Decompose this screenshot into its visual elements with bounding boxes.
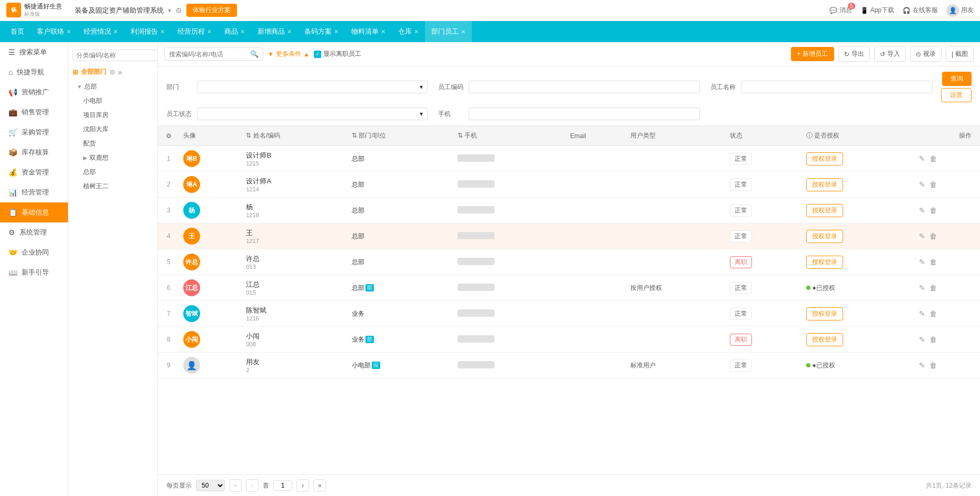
nav-tab-商品[interactable]: 商品 ✕ xyxy=(218,21,251,42)
dept-node-总部[interactable]: ▼ 总部 xyxy=(68,80,157,94)
sidebar-item-quick[interactable]: ⌂快捷导航 xyxy=(0,62,68,82)
logo-sub: 标准版 xyxy=(24,11,62,18)
tab-close-icon[interactable]: ✕ xyxy=(287,28,292,35)
filter-dept-select[interactable]: ▾ xyxy=(197,81,428,93)
auth-button[interactable]: 授权登录 xyxy=(806,204,843,217)
dept-child-项目库房[interactable]: 项目库房 xyxy=(68,108,157,122)
prev-page-btn[interactable]: ‹ xyxy=(246,479,259,492)
sidebar-item-inventory[interactable]: 📦库存核算 xyxy=(0,142,68,162)
more-button[interactable]: | 截图 xyxy=(946,46,974,62)
filter-code-input[interactable] xyxy=(469,81,699,93)
dept-collapse-btn[interactable]: » xyxy=(118,68,122,76)
sidebar-item-purchase[interactable]: 🛒采购管理 xyxy=(0,122,68,142)
edit-icon[interactable]: ✎ xyxy=(919,309,925,318)
dept-child-植树王二[interactable]: 植树王二 xyxy=(68,179,157,193)
delete-icon[interactable]: 🗑 xyxy=(929,335,937,344)
delete-icon[interactable]: 🗑 xyxy=(929,206,937,215)
edit-icon[interactable]: ✎ xyxy=(919,180,925,189)
auth-button[interactable]: 授权登录 xyxy=(806,256,843,269)
tab-close-icon[interactable]: ✕ xyxy=(334,28,339,35)
edit-icon[interactable]: ✎ xyxy=(919,258,925,266)
nav-tab-经营历程[interactable]: 经营历程 ✕ xyxy=(171,21,218,42)
sidebar-item-guide[interactable]: 📖新手引导 xyxy=(0,262,68,283)
sidebar-item-sales[interactable]: 💼销售管理 xyxy=(0,102,68,122)
dept-child-双鹿想[interactable]: ▶ 双鹿想 xyxy=(68,151,157,165)
delete-icon[interactable]: 🗑 xyxy=(929,284,937,292)
query-button[interactable]: 查询 xyxy=(942,72,972,86)
system-gear-icon[interactable]: ⚙ xyxy=(175,6,182,15)
tab-close-icon[interactable]: ✕ xyxy=(160,28,165,35)
page-size-select[interactable]: 50 100 200 xyxy=(196,480,225,491)
sidebar-item-finance[interactable]: 💰资金管理 xyxy=(0,162,68,182)
show-resigned-toggle[interactable]: ✓ 显示离职员工 xyxy=(314,50,361,59)
dept-child-小电部[interactable]: 小电部 xyxy=(68,94,157,108)
next-page-btn[interactable]: › xyxy=(296,479,309,492)
nav-tab-经营情况[interactable]: 经营情况 ✕ xyxy=(77,21,124,42)
auth-button[interactable]: 授权登录 xyxy=(806,230,843,243)
delete-icon[interactable]: 🗑 xyxy=(929,180,937,189)
tab-close-icon[interactable]: ✕ xyxy=(461,28,466,35)
nav-tab-新增商品[interactable]: 新增商品 ✕ xyxy=(251,21,298,42)
auth-button[interactable]: 授权登录 xyxy=(806,333,843,346)
sidebar-item-system[interactable]: ⚙系统管理 xyxy=(0,222,68,242)
tab-close-icon[interactable]: ✕ xyxy=(240,28,245,35)
filter-phone-input[interactable] xyxy=(469,108,699,120)
delete-icon[interactable]: 🗑 xyxy=(929,361,937,369)
edit-icon[interactable]: ✎ xyxy=(919,284,925,292)
tab-close-icon[interactable]: ✕ xyxy=(381,28,385,35)
nav-tab-客户联络[interactable]: 客户联络 ✕ xyxy=(31,21,77,42)
dept-child-沈阳大库[interactable]: 沈阳大库 xyxy=(68,122,157,137)
page-number-input[interactable] xyxy=(273,480,292,491)
employee-search-input[interactable] xyxy=(169,51,248,58)
edit-icon[interactable]: ✎ xyxy=(919,361,925,369)
delete-icon[interactable]: 🗑 xyxy=(929,309,937,318)
filter-name-input[interactable] xyxy=(741,81,933,93)
set-button[interactable]: 设置 xyxy=(941,88,972,102)
app-download-button[interactable]: 📱 App下载 xyxy=(860,6,894,15)
edit-icon[interactable]: ✎ xyxy=(919,154,925,163)
authorized-label: ●已授权 xyxy=(806,361,910,370)
delete-icon[interactable]: 🗑 xyxy=(929,258,937,266)
tab-close-icon[interactable]: ✕ xyxy=(414,28,419,35)
dept-search-input[interactable] xyxy=(73,50,158,61)
edit-icon[interactable]: ✎ xyxy=(919,206,925,215)
online-support-button[interactable]: 🎧 在线客服 xyxy=(903,6,938,15)
delete-icon[interactable]: 🗑 xyxy=(929,154,937,163)
edit-icon[interactable]: ✎ xyxy=(919,232,925,240)
auth-button[interactable]: 授权登录 xyxy=(806,178,843,191)
filter-dept-row: 部门 ▾ xyxy=(166,72,428,102)
sidebar-item-cooperation[interactable]: 🤝企业协同 xyxy=(0,242,68,262)
filter-status-select[interactable]: ▾ xyxy=(197,108,428,120)
sidebar-item-marketing[interactable]: 📢营销推广 xyxy=(0,82,68,102)
message-button[interactable]: 💬 5 消息 xyxy=(829,6,852,15)
view-button[interactable]: ⊙ 视录 xyxy=(910,46,942,62)
nav-tab-仓库[interactable]: 仓库 ✕ xyxy=(392,21,425,42)
nav-tab-利润报告[interactable]: 利润报告 ✕ xyxy=(124,21,171,42)
import-button[interactable]: ↺ 导入 xyxy=(874,46,906,62)
tab-close-icon[interactable]: ✕ xyxy=(113,28,118,35)
trial-button[interactable]: 体验行业方案 xyxy=(186,4,237,17)
delete-icon[interactable]: 🗑 xyxy=(929,232,937,240)
sidebar-item-operation[interactable]: 📊经营管理 xyxy=(0,182,68,202)
nav-tab-首页[interactable]: 首页 xyxy=(4,21,31,42)
sidebar-item-basic[interactable]: 📋基础信息 xyxy=(0,202,68,222)
tab-close-icon[interactable]: ✕ xyxy=(66,28,71,35)
more-conditions-btn[interactable]: ▼ 更多条件 ▲ xyxy=(268,50,310,59)
nav-tab-物料清单[interactable]: 物料清单 ✕ xyxy=(345,21,392,42)
system-arrow-icon[interactable]: ▾ xyxy=(168,7,171,14)
last-page-btn[interactable]: » xyxy=(313,479,326,492)
nav-tab-条码方案[interactable]: 条码方案 ✕ xyxy=(298,21,345,42)
auth-button[interactable]: 授权登录 xyxy=(806,307,843,320)
export-button[interactable]: ↻ 导出 xyxy=(838,46,870,62)
auth-button[interactable]: 授权登录 xyxy=(806,152,843,166)
sidebar-item-search[interactable]: ☰搜索菜单 xyxy=(0,42,68,62)
edit-icon[interactable]: ✎ xyxy=(919,335,925,344)
user-area[interactable]: 👤 用友 xyxy=(946,4,974,17)
dept-child-配货[interactable]: 配货 xyxy=(68,137,157,151)
tab-close-icon[interactable]: ✕ xyxy=(207,28,212,35)
nav-tab-部门员工[interactable]: 部门员工 ✕ xyxy=(425,21,472,42)
first-page-btn[interactable]: « xyxy=(229,479,242,492)
add-employee-button[interactable]: + 新增员工 xyxy=(791,47,834,61)
avatar: 琳A xyxy=(183,176,200,193)
dept-child-总部[interactable]: 总部 xyxy=(68,165,157,179)
